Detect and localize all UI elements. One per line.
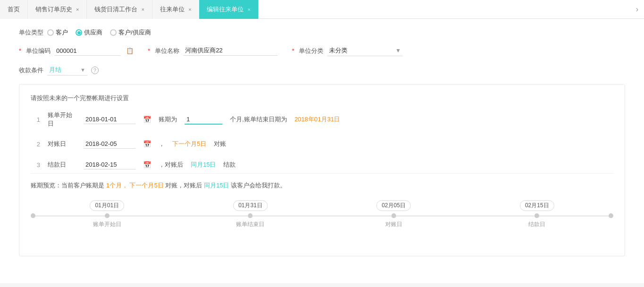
- period-desc-comma-2: ，: [159, 140, 165, 148]
- unit-code-label: 单位编码: [26, 47, 51, 55]
- period-desc-suffix-2: 对账: [214, 140, 226, 148]
- timeline-node-2: 01月31日 账单结束日: [248, 213, 253, 218]
- radio-both-circle: [110, 29, 117, 36]
- radio-both-label: 客户/供应商: [119, 28, 151, 37]
- period-date-3[interactable]: [84, 160, 136, 169]
- radio-customer[interactable]: 客户: [47, 28, 68, 37]
- unit-category-group: * 单位分类 未分类 ▼: [292, 45, 403, 56]
- timeline-line-2: [110, 216, 248, 216]
- unit-name-required: *: [148, 47, 150, 54]
- tabs-bar: 首页 销售订单历史 × 钱货日清工作台 × 往来单位 × 编辑往来单位 × ›: [0, 0, 644, 19]
- period-row-1: 1 账单开始日 📅 账期为 个月,账单结束日期为 2018年01月31日: [31, 111, 613, 128]
- unit-code-group: * 单位编码 📋: [19, 46, 134, 56]
- help-icon-label: ?: [93, 68, 96, 73]
- unit-info-row: * 单位编码 📋 * 单位名称 * 单位分类 未分类 ▼: [19, 45, 625, 56]
- timeline-end-dot: [609, 213, 613, 218]
- tab-edit-partner[interactable]: 编辑往来单位 ×: [199, 0, 258, 19]
- timeline-line-4: [396, 216, 535, 216]
- preview-part3: 对账，对账后: [165, 182, 202, 189]
- payment-terms-arrow: ▼: [80, 67, 85, 73]
- timeline-node-3-desc: 对账日: [385, 220, 402, 228]
- preview-part4: 同月15日: [204, 182, 229, 189]
- period-num-1: 1: [31, 116, 40, 123]
- timeline-node-4-circle: [534, 213, 539, 218]
- unit-category-value: 未分类: [329, 46, 347, 55]
- radio-supplier[interactable]: 供应商: [76, 28, 102, 37]
- payment-terms-row: 收款条件 月结 ▼ ?: [19, 65, 625, 76]
- timeline-node-2-circle: [248, 213, 253, 218]
- timeline-node-1-circle: [105, 213, 110, 218]
- timeline-node-4: 02月15日 结款日: [534, 213, 539, 218]
- timeline-node-1-desc: 账单开始日: [93, 220, 121, 228]
- unit-type-row: 单位类型 客户 供应商 客户/供应商: [19, 28, 625, 37]
- period-highlight-3: 同月15日: [191, 160, 216, 169]
- preview-part1: 1个月，: [106, 182, 128, 189]
- timeline-start-dot: [31, 213, 35, 218]
- calendar-icon-2[interactable]: 📅: [143, 140, 151, 148]
- unit-type-group: 单位类型 客户 供应商 客户/供应商: [19, 28, 151, 37]
- radio-customer-label: 客户: [56, 28, 68, 37]
- unit-name-group: * 单位名称: [148, 46, 278, 56]
- tab-cash-work-close[interactable]: ×: [141, 7, 144, 12]
- period-label-1: 账单开始日: [48, 111, 76, 128]
- timeline-node-2-label: 01月31日: [233, 200, 268, 211]
- unit-category-dropdown[interactable]: 未分类 ▼: [327, 45, 403, 56]
- period-desc-prefix-1: 账期为: [159, 115, 177, 124]
- period-row-3: 3 结款日 📅 ，对账后 同月15日 结款: [31, 160, 613, 169]
- period-desc-comma-3: ，对账后: [159, 160, 183, 169]
- tab-edit-partner-label: 编辑往来单位: [207, 5, 244, 14]
- preview-section: 账期预览：当前客户账期是 1个月， 下一个月5日 对账，对账后 同月15日 该客…: [31, 173, 613, 232]
- tab-sales-history[interactable]: 销售订单历史 ×: [28, 0, 87, 19]
- tab-more-button[interactable]: ›: [630, 5, 644, 14]
- period-row-2: 2 对账日 📅 ， 下一个月5日 对账: [31, 139, 613, 149]
- copy-icon[interactable]: 📋: [126, 47, 134, 54]
- calendar-icon-1[interactable]: 📅: [143, 116, 151, 123]
- help-icon[interactable]: ?: [91, 67, 99, 74]
- preview-label: 账期预览：当前客户账期是: [31, 182, 104, 189]
- unit-name-input[interactable]: [183, 46, 278, 56]
- page-content: 单位类型 客户 供应商 客户/供应商 * 单位编码: [0, 19, 644, 283]
- payment-terms-value: 月结: [49, 66, 77, 74]
- tab-sales-history-close[interactable]: ×: [76, 7, 79, 12]
- unit-code-input[interactable]: [54, 46, 120, 56]
- preview-part2: 下一个月5日: [129, 182, 163, 189]
- period-label-2: 对账日: [48, 140, 76, 148]
- unit-type-label: 单位类型: [19, 28, 43, 37]
- radio-group-unit-type: 客户 供应商 客户/供应商: [47, 28, 151, 37]
- timeline-line-1: [35, 216, 105, 216]
- timeline-node-2-desc: 账单结束日: [236, 220, 264, 228]
- unit-code-required: *: [19, 47, 21, 54]
- tab-edit-partner-close[interactable]: ×: [247, 7, 250, 12]
- tab-home-label: 首页: [8, 5, 20, 14]
- timeline-node-4-desc: 结款日: [528, 220, 545, 228]
- timeline-node-1: 01月01日 账单开始日: [105, 213, 110, 218]
- period-highlight-2: 下一个月5日: [172, 140, 206, 148]
- timeline-node-3-circle: [391, 213, 396, 218]
- tab-partners-close[interactable]: ×: [188, 7, 191, 12]
- radio-both[interactable]: 客户/供应商: [110, 28, 151, 37]
- period-settings-box: 请按照未来的一个完整帐期进行设置 1 账单开始日 📅 账期为 个月,账单结束日期…: [19, 84, 625, 256]
- period-months-input[interactable]: [185, 115, 222, 125]
- period-date-2[interactable]: [84, 139, 136, 149]
- timeline-node-1-label: 01月01日: [90, 200, 124, 211]
- period-desc-suffix-3: 结款: [223, 160, 236, 169]
- period-date-1[interactable]: [84, 115, 136, 124]
- payment-terms-select[interactable]: 月结 ▼: [47, 65, 87, 76]
- period-desc-suffix-1: 个月,账单结束日期为: [230, 115, 287, 124]
- timeline-container: 01月01日 账单开始日 01月31日 账单结束日: [31, 199, 613, 232]
- period-label-3: 结款日: [48, 160, 76, 169]
- tab-cash-work[interactable]: 钱货日清工作台 ×: [87, 0, 152, 19]
- radio-supplier-circle: [76, 29, 82, 36]
- calendar-icon-3[interactable]: 📅: [143, 161, 151, 169]
- tab-home[interactable]: 首页: [0, 0, 28, 19]
- payment-terms-label: 收款条件: [19, 66, 43, 75]
- preview-text: 账期预览：当前客户账期是 1个月， 下一个月5日 对账，对账后 同月15日 该客…: [31, 181, 613, 190]
- unit-category-required: *: [292, 47, 294, 54]
- unit-category-label: 单位分类: [299, 47, 323, 55]
- tab-partners[interactable]: 往来单位 ×: [153, 0, 199, 19]
- tab-cash-work-label: 钱货日清工作台: [94, 5, 137, 14]
- preview-part5: 该客户会给我打款。: [231, 182, 286, 189]
- radio-customer-circle: [47, 29, 54, 36]
- timeline-line-end: [539, 216, 609, 216]
- timeline-node-4-label: 02月15日: [520, 200, 554, 211]
